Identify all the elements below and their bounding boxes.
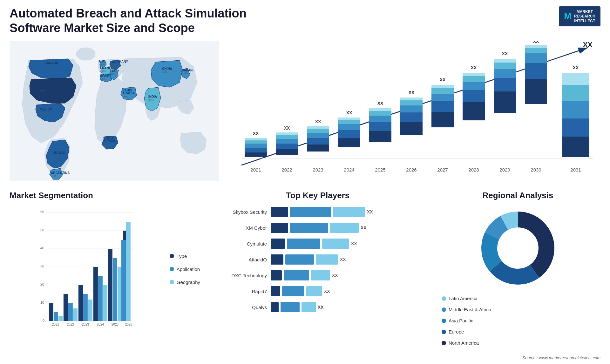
player-row-attackiq: AttackIQ XX [216,254,419,265]
svg-rect-62 [338,118,360,120]
svg-rect-130 [54,312,58,321]
svg-rect-83 [431,85,454,88]
svg-text:XX: XX [502,51,508,56]
growth-chart-section: XX XX 2021 XX 2022 XX 2023 XX 2024 [229,41,600,181]
bar-chart-svg: XX XX 2021 XX 2022 XX 2023 XX 2024 [229,41,600,181]
svg-rect-60 [338,124,360,130]
svg-text:XX: XX [583,41,593,49]
player-row-cymulate: Cymulate XX [216,239,419,249]
svg-text:xx%: xx% [45,65,51,68]
svg-text:U.S.: U.S. [40,85,46,89]
svg-text:xx%: xx% [40,111,45,114]
svg-text:2026: 2026 [406,167,417,172]
legend-geography-label: Geography [177,280,200,285]
bar-segment1 [271,254,283,265]
svg-text:xx%: xx% [122,95,128,98]
svg-text:2029: 2029 [499,167,510,172]
bar-segment2 [287,239,320,249]
svg-text:xx%: xx% [148,98,154,102]
player-xx-xmcyber: XX [361,225,367,230]
svg-text:xx%: xx% [103,143,109,146]
svg-rect-67 [369,116,391,122]
bar-segment1 [271,270,282,280]
bar-segment2 [290,223,328,233]
player-bars-attackiq: XX [271,254,419,265]
legend-north-america-dot [442,341,446,345]
legend-middle-east-dot [442,307,446,312]
svg-text:2023: 2023 [82,323,89,326]
svg-rect-138 [83,294,88,321]
svg-rect-45 [276,144,298,149]
svg-rect-76 [400,98,423,100]
svg-rect-46 [276,139,298,144]
legend-application-dot [170,267,174,271]
svg-rect-94 [494,78,516,91]
legend-geography-dot [170,280,174,284]
bar-segment3 [322,239,349,249]
svg-rect-86 [463,102,485,120]
svg-rect-40 [245,140,267,144]
svg-text:2028: 2028 [468,167,479,172]
player-bars-xmcyber: XX [271,223,419,233]
legend-latin-america: Latin America [442,296,491,301]
legend-north-america-label: North America [449,340,479,346]
legend-europe-label: Europe [449,329,464,334]
player-bars-rapid7: XX [271,286,419,296]
bar-segment3 [330,223,359,233]
svg-rect-133 [64,294,68,321]
svg-text:2021: 2021 [52,323,59,326]
svg-rect-55 [307,126,329,129]
svg-rect-79 [431,112,454,127]
player-row-rapid7: Rapid7 XX [216,286,419,296]
svg-text:40: 40 [40,246,44,250]
player-name-qualys: Qualys [216,305,267,310]
svg-rect-69 [369,108,391,111]
bar-segment2 [282,286,304,296]
svg-rect-52 [307,138,329,145]
svg-rect-107 [562,137,589,157]
svg-text:XX: XX [315,119,321,124]
svg-text:2024: 2024 [344,167,354,172]
svg-rect-139 [88,300,92,321]
bar-segment1 [271,239,285,249]
player-bars-dxc: XX [271,270,419,280]
bar-segment2 [284,270,309,280]
player-name-attackiq: AttackIQ [216,257,267,262]
player-xx-cymulate: XX [351,241,357,246]
svg-rect-143 [103,285,107,321]
svg-rect-96 [494,63,516,69]
svg-text:2030: 2030 [531,167,541,172]
legend-type-dot [170,254,174,258]
svg-rect-100 [525,79,547,104]
legend-europe: Europe [442,329,491,334]
svg-text:BRAZIL: BRAZIL [54,151,66,155]
svg-text:xx%: xx% [99,63,105,66]
svg-rect-53 [307,133,329,138]
svg-rect-73 [400,112,423,122]
svg-rect-146 [113,258,117,321]
bar-segment3 [302,302,316,312]
svg-rect-81 [431,94,454,101]
logo-m-icon: M [564,10,571,22]
svg-rect-141 [93,267,98,321]
svg-rect-95 [494,69,516,78]
svg-text:XX: XX [440,77,446,82]
svg-rect-108 [562,118,589,137]
svg-rect-101 [525,63,547,79]
player-bars-cymulate: XX [271,239,419,249]
legend-latin-america-dot [442,296,446,301]
logo-text: MARKET RESEARCH INTELLECT [574,10,595,23]
regional-title: Regional Analysis [432,191,604,200]
svg-rect-145 [108,249,112,321]
legend-asia-pacific-dot [442,319,446,323]
svg-rect-151 [126,222,131,321]
players-title: Top Key Players [216,191,419,200]
svg-rect-80 [431,101,454,112]
svg-rect-93 [494,91,516,113]
svg-text:XX: XX [377,101,383,106]
svg-text:XX: XX [573,65,579,70]
logo-area: M MARKET RESEARCH INTELLECT [559,6,600,26]
svg-text:10: 10 [40,300,44,304]
svg-text:2026: 2026 [125,323,132,326]
player-xx-attackiq: XX [340,257,346,262]
